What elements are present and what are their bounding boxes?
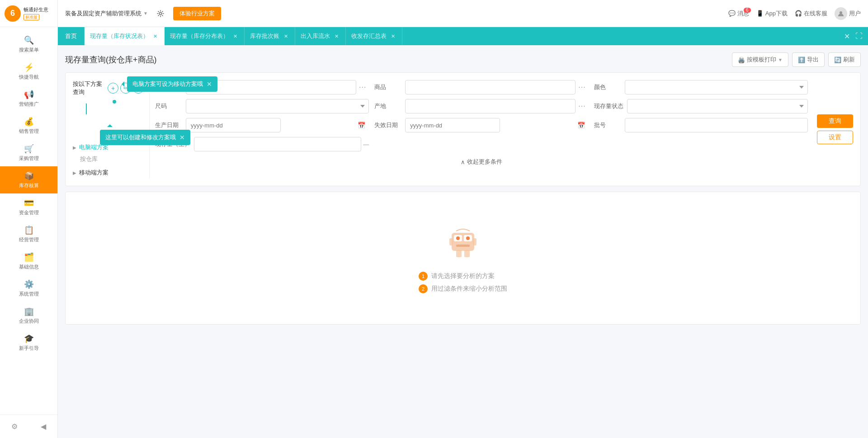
sidebar-item-basic[interactable]: 🗂️ 基础信息	[0, 248, 57, 275]
tab-inventory-dist[interactable]: 现存量（库存分布表） ✕	[165, 27, 245, 45]
message-icon: 💬	[728, 10, 736, 17]
reset-button[interactable]: 设置	[817, 131, 853, 144]
tab-close-inventory-dist[interactable]: ✕	[231, 33, 239, 40]
size-wrapper	[186, 99, 369, 113]
sidebar-item-system[interactable]: ⚙️ 系统管理	[0, 275, 57, 302]
tab-close-summary[interactable]: ✕	[389, 33, 396, 40]
product-input[interactable]	[405, 80, 576, 94]
system-selector[interactable]: 装备及固定资产辅助管理系统 ▼	[65, 9, 148, 18]
tab-close-inout-flow[interactable]: ✕	[333, 33, 340, 40]
expire-date-icon[interactable]: 📅	[577, 122, 585, 129]
field-size: 尺码	[155, 99, 369, 113]
page-header: 现存量查询(按仓库+商品) 🖨️ 按模板打印 ▼ ⬆️ 导出 🔄 刷新	[65, 52, 861, 67]
trial-button[interactable]: 体验行业方案	[173, 7, 221, 20]
stock-qty-min[interactable]	[194, 137, 361, 151]
notification-button[interactable]: 💬 消息 6	[728, 9, 749, 18]
app-download-button[interactable]: 📱 App下载	[756, 9, 788, 18]
tab-close-batch-account[interactable]: ✕	[282, 33, 289, 40]
tab-summary[interactable]: 收发存汇总表 ✕	[346, 27, 402, 45]
sidebar-item-newbie[interactable]: 🎓 新手引导	[0, 329, 57, 356]
add-scheme-btn[interactable]: +	[108, 83, 118, 94]
svg-rect-8	[449, 238, 453, 245]
warehouse-more-btn[interactable]: ···	[356, 83, 369, 91]
expire-date-wrapper: 📅	[405, 118, 588, 132]
field-origin: 产地 ···	[374, 99, 588, 113]
empty-step-1: 1 请先选择要分析的方案	[419, 272, 507, 281]
sidebar-item-marketing[interactable]: 📢 营销推广	[0, 85, 57, 112]
size-select[interactable]	[186, 99, 369, 113]
sidebar-item-enterprise[interactable]: 🏢 企业协同	[0, 302, 57, 329]
filter-row-3: 生产日期 📅 失效日期	[155, 118, 808, 132]
refresh-button[interactable]: 🔄 刷新	[828, 52, 861, 67]
svg-point-0	[159, 12, 161, 14]
sidebar: 6 畅通好生意 标准版 🔍 搜索菜单 ⚡ 快捷导航 📢 营销推广 💰 销售管理 …	[0, 0, 58, 438]
batch-no-input[interactable]	[625, 118, 808, 132]
settings-button[interactable]	[153, 6, 168, 21]
field-stock-status: 现存量状态	[594, 99, 808, 113]
finance-icon: 💳	[24, 198, 34, 208]
tab-close-inventory-status[interactable]: ✕	[151, 33, 159, 40]
pc-scheme-subitem-default[interactable]: 按仓库	[80, 153, 144, 165]
tab-batch-account[interactable]: 库存批次账 ✕	[245, 27, 295, 45]
print-dropdown-arrow: ▼	[778, 57, 783, 62]
sidebar-item-sales[interactable]: 💰 销售管理	[0, 112, 57, 139]
origin-input[interactable]	[405, 99, 576, 113]
operation-icon: 📋	[24, 225, 34, 235]
system-icon: ⚙️	[24, 279, 34, 289]
tab-fullscreen-btn[interactable]: ⛶	[854, 30, 864, 42]
export-button[interactable]: ⬆️ 导出	[792, 52, 825, 67]
svg-rect-9	[473, 238, 476, 245]
collapse-btn[interactable]: ∧ 收起更多条件	[457, 156, 506, 168]
tab-inventory-status[interactable]: 现存量（库存状况表） ✕	[85, 27, 165, 45]
scheme-expand-arrow: ▶	[73, 145, 76, 150]
user-menu[interactable]: 用户	[835, 7, 861, 20]
tab-home[interactable]: 首页	[58, 27, 85, 45]
field-product: 商品 ···	[374, 80, 588, 94]
origin-more-btn[interactable]: ···	[576, 102, 588, 110]
sidebar-nav: 🔍 搜索菜单 ⚡ 快捷导航 📢 营销推广 💰 销售管理 🛒 采购管理 📦 库存核…	[0, 27, 57, 414]
mobile-scheme-item[interactable]: ▶ 移动端方案	[73, 167, 144, 179]
sidebar-item-purchase[interactable]: 🛒 采购管理	[0, 139, 57, 166]
newbie-icon: 🎓	[24, 334, 34, 344]
sidebar-item-guide[interactable]: ⚡ 快捷导航	[0, 58, 57, 85]
print-button[interactable]: 🖨️ 按模板打印 ▼	[732, 52, 788, 67]
sidebar-item-finance[interactable]: 💳 资金管理	[0, 193, 57, 221]
filter-row-1: 仓库 ··· 商品 ···	[155, 80, 808, 94]
color-wrapper	[625, 80, 808, 94]
filter-right: 仓库 ··· 商品 ···	[155, 80, 808, 179]
tab-inout-flow[interactable]: 出入库流水 ✕	[295, 27, 346, 45]
header-left: 装备及固定资产辅助管理系统 ▼ 体验行业方案	[65, 6, 221, 21]
field-batch-no: 批号	[594, 118, 808, 132]
stock-status-select[interactable]	[627, 99, 808, 113]
search-button[interactable]: 查询	[817, 114, 853, 128]
collapse-sidebar-btn[interactable]: ◀	[38, 419, 49, 433]
produce-date-start[interactable]	[186, 118, 281, 132]
mobile-scheme-arrow: ▶	[73, 170, 76, 175]
produce-date-start-icon[interactable]: 📅	[358, 122, 365, 129]
field-expire-date: 失效日期 📅	[374, 118, 588, 132]
search-col: 查询 设置	[813, 80, 853, 179]
product-more-btn[interactable]: ···	[576, 83, 588, 91]
edit-popup-close[interactable]: ✕	[179, 134, 185, 141]
svg-rect-7	[456, 245, 470, 247]
filter-header: 按以下方案查询 + ✏ ← 电脑方案可设为移动方案哦 ✕	[73, 80, 144, 96]
sales-icon: 💰	[24, 117, 34, 127]
refresh-icon: 🔄	[834, 57, 841, 63]
svg-rect-10	[456, 250, 462, 257]
logo-text: 畅通好生意 标准版	[24, 6, 48, 21]
expire-date-input[interactable]	[405, 118, 500, 132]
support-button[interactable]: 🎧 在线客服	[795, 9, 827, 18]
basic-icon: 🗂️	[24, 252, 34, 262]
header: 装备及固定资产辅助管理系统 ▼ 体验行业方案 💬 消息 6 📱 App下载 🎧 …	[58, 0, 868, 27]
tab-close-all-btn[interactable]: ✕	[842, 30, 852, 42]
app-logo-icon: 6	[5, 5, 21, 22]
headset-icon: 🎧	[795, 10, 802, 17]
inventory-icon: 📦	[24, 171, 34, 181]
sidebar-item-operation[interactable]: 📋 经营管理	[0, 221, 57, 248]
sidebar-item-search[interactable]: 🔍 搜索菜单	[0, 31, 57, 58]
settings-bottom-btn[interactable]: ⚙	[9, 419, 20, 433]
scheme-popup-close[interactable]: ✕	[207, 80, 212, 88]
color-select[interactable]	[625, 80, 808, 94]
sidebar-item-inventory[interactable]: 📦 库存核算	[0, 166, 57, 193]
export-icon: ⬆️	[798, 57, 805, 63]
